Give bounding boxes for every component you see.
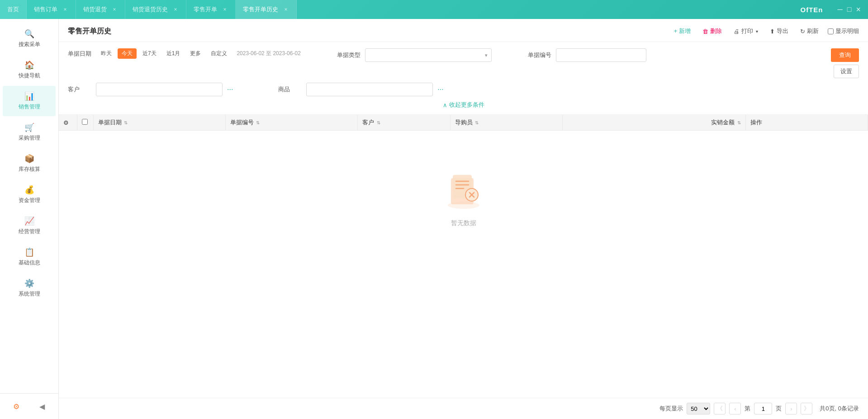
sidebar-label-system: 系统管理 [19, 290, 40, 298]
first-page-btn[interactable]: 《 [714, 403, 726, 414]
tab-销货退货[interactable]: 销货退货× [76, 0, 125, 19]
tab-销售订单[interactable]: 销售订单× [27, 0, 76, 19]
sort-date-icon[interactable]: ⇅ [124, 120, 128, 125]
top-bar: 首页销售订单×销货退货×销货退货历史×零售开单×零售开单历史× OfTEn ─ … [0, 0, 868, 19]
refresh-button[interactable]: ↻ 刷新 [797, 25, 821, 37]
date-btn-3[interactable]: 近1月 [162, 48, 185, 59]
type-dropdown-arrow: ▾ [485, 52, 488, 58]
next-page-btn[interactable]: › [785, 403, 797, 414]
tab-label-5: 零售开单历史 [243, 5, 278, 14]
tab-零售开单[interactable]: 零售开单× [186, 0, 236, 19]
date-range-text: 2023-06-02 至 2023-06-02 [237, 50, 300, 57]
date-btn-2[interactable]: 近7天 [138, 48, 161, 59]
tab-label-0: 首页 [7, 5, 19, 14]
page-input[interactable] [754, 403, 772, 414]
goods-input[interactable] [306, 83, 433, 96]
th-settings[interactable]: ⚙ [59, 115, 77, 131]
sidebar-item-operation[interactable]: 📈经营管理 [3, 211, 56, 241]
tab-close-1[interactable]: × [62, 6, 68, 13]
sidebar-icon-sales: 📊 [24, 91, 34, 101]
add-button[interactable]: + 新增 [671, 25, 693, 37]
sidebar-settings-btn[interactable]: ⚙ [9, 399, 24, 414]
show-detail-checkbox-label[interactable]: 显示明细 [828, 27, 859, 35]
sidebar-item-basic[interactable]: 📋基础信息 [3, 242, 56, 272]
content-area: 零售开单历史 + 新增 🗑 删除 🖨 打印 ▾ ⬆ 导出 ↻ [59, 19, 868, 419]
settings-button[interactable]: 设置 [834, 65, 859, 78]
refresh-icon: ↻ [800, 28, 805, 35]
tab-销货退货历史[interactable]: 销货退货历史× [125, 0, 186, 19]
sidebar-icon-purchase: 🛒 [24, 122, 34, 132]
customer-ellipsis[interactable]: ··· [227, 85, 233, 94]
sort-customer-icon[interactable]: ⇅ [377, 120, 380, 125]
sidebar-icon-inventory: 📦 [24, 154, 34, 164]
sidebar-item-nav[interactable]: 🏠快捷导航 [3, 55, 56, 85]
tab-label-4: 零售开单 [194, 5, 217, 14]
export-button[interactable]: ⬆ 导出 [767, 25, 791, 37]
sidebar-label-operation: 经营管理 [19, 228, 40, 235]
th-checkbox[interactable] [77, 115, 93, 131]
tab-label-1: 销售订单 [34, 5, 57, 14]
brand-label: OfTEn [793, 6, 830, 14]
order-no-input[interactable] [556, 48, 646, 62]
empty-state: 暂无数据 [59, 131, 868, 254]
collapse-icon: ∧ [443, 102, 447, 108]
toolbar: + 新增 🗑 删除 🖨 打印 ▾ ⬆ 导出 ↻ 刷新 [671, 25, 859, 37]
date-btn-0[interactable]: 昨天 [97, 48, 116, 59]
sort-amount-icon[interactable]: ⇅ [737, 120, 741, 125]
sidebar-item-inventory[interactable]: 📦库存核算 [3, 148, 56, 179]
sidebar-item-sales[interactable]: 📊销售管理 [3, 86, 56, 116]
print-dropdown-icon: ▾ [756, 29, 758, 34]
sidebar-collapse-btn[interactable]: ◀ [35, 399, 49, 414]
sidebar-item-search[interactable]: 🔍搜索采单 [3, 24, 56, 54]
delete-icon: 🗑 [702, 28, 708, 35]
data-table: ⚙ 单据日期 ⇅ 单据编号 ⇅ 客户 ⇅ [59, 115, 868, 131]
sidebar-icon-basic: 📋 [24, 247, 34, 257]
collapse-filter-btn[interactable]: ∧ 收起更多条件 [68, 99, 859, 111]
refresh-label: 刷新 [807, 27, 819, 35]
tab-close-2[interactable]: × [111, 6, 118, 13]
goods-ellipsis[interactable]: ··· [437, 85, 443, 94]
tab-close-3[interactable]: × [172, 6, 179, 13]
tab-bar: 首页销售订单×销货退货×销货退货历史×零售开单×零售开单历史× [0, 0, 793, 19]
date-filter-label: 单据日期 [68, 50, 93, 58]
tab-close-5[interactable]: × [283, 6, 289, 13]
sidebar-label-finance: 资金管理 [19, 197, 40, 204]
sidebar-item-finance[interactable]: 💰资金管理 [3, 179, 56, 210]
date-btn-5[interactable]: 自定义 [207, 48, 231, 59]
tab-首页[interactable]: 首页 [0, 0, 27, 19]
filter-area: 单据日期 昨天今天近7天近1月更多自定义 2023-06-02 至 2023-0… [59, 42, 868, 115]
sidebar-item-purchase[interactable]: 🛒采购管理 [3, 117, 56, 147]
tab-零售开单历史[interactable]: 零售开单历史× [236, 0, 297, 19]
window-minimize-btn[interactable]: ─ [837, 5, 842, 14]
sidebar: 🔍搜索采单🏠快捷导航📊销售管理🛒采购管理📦库存核算💰资金管理📈经营管理📋基础信息… [0, 19, 59, 419]
window-maximize-btn[interactable]: □ [847, 5, 852, 14]
type-filter-dropdown[interactable]: ▾ [365, 48, 492, 62]
customer-input[interactable] [96, 83, 223, 96]
query-actions: 查询 设置 [655, 48, 859, 78]
th-amount: 实销金额 ⇅ [563, 115, 746, 131]
sort-guide-icon[interactable]: ⇅ [475, 120, 479, 125]
page-size-select[interactable]: 50 10 20 100 [687, 403, 710, 414]
date-btn-1[interactable]: 今天 [118, 48, 137, 59]
sidebar-item-system[interactable]: ⚙️系统管理 [3, 273, 56, 303]
customer-filter-label: 客户 [68, 85, 93, 94]
th-customer: 客户 ⇅ [358, 115, 451, 131]
page-label: 第 [745, 405, 750, 413]
page-header: 零售开单历史 + 新增 🗑 删除 🖨 打印 ▾ ⬆ 导出 ↻ [59, 19, 868, 42]
show-detail-checkbox[interactable] [828, 28, 834, 34]
tab-close-4[interactable]: × [222, 6, 228, 13]
sort-orderno-icon[interactable]: ⇅ [256, 120, 260, 125]
sidebar-label-search: 搜索采单 [19, 41, 40, 48]
date-filter-btns: 昨天今天近7天近1月更多自定义 [97, 48, 231, 59]
delete-button[interactable]: 🗑 删除 [700, 25, 725, 37]
select-all-checkbox[interactable] [82, 119, 88, 125]
last-page-btn[interactable]: 》 [801, 403, 812, 414]
table-area: ⚙ 单据日期 ⇅ 单据编号 ⇅ 客户 ⇅ [59, 115, 868, 398]
sidebar-label-basic: 基础信息 [19, 259, 40, 267]
prev-page-btn[interactable]: ‹ [729, 403, 741, 414]
print-button[interactable]: 🖨 打印 ▾ [731, 25, 761, 37]
date-btn-4[interactable]: 更多 [186, 48, 205, 59]
query-button[interactable]: 查询 [831, 48, 859, 62]
window-close-btn[interactable]: × [856, 5, 861, 14]
sidebar-label-nav: 快捷导航 [19, 72, 40, 80]
